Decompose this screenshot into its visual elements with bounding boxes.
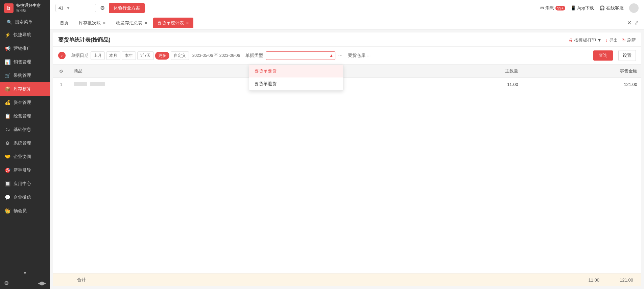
page-actions: 🖨 按模板打印 ▼ ↓ 导出 ↻ 刷新 <box>568 37 636 43</box>
system-icon: ⚙ <box>4 140 11 147</box>
settings-icon[interactable]: ⚙ <box>4 280 9 286</box>
sidebar-item-quick-nav[interactable]: ⚡ 快捷导航 <box>0 28 50 42</box>
date-filter-label: 单据日期 <box>71 52 89 59</box>
close-recv-summary-tab[interactable]: ✕ <box>144 21 147 25</box>
warehouse-more[interactable]: ··· <box>367 53 371 58</box>
sidebar-item-member[interactable]: 👑 畅会员 <box>0 204 50 218</box>
table-header-settings[interactable]: ⚙ <box>53 65 70 78</box>
more-dates-btn[interactable]: 更多 <box>155 52 169 60</box>
doc-type-more[interactable]: ··· <box>338 52 342 59</box>
sidebar-item-system[interactable]: ⚙ 系统管理 <box>0 136 50 150</box>
tab-recv-summary[interactable]: 收发存汇总表 ✕ <box>112 18 152 28</box>
dropdown-item-order-goods[interactable]: 要货单要货 <box>249 65 343 77</box>
sidebar-scroll-down[interactable]: ▼ <box>0 269 50 277</box>
sidebar-item-guide[interactable]: 🎯 新手引导 <box>0 163 50 177</box>
message-icon: ✉ <box>540 5 544 10</box>
sidebar-search[interactable]: 🔍 搜索菜单 <box>0 16 50 28</box>
last-month-btn[interactable]: 上月 <box>91 51 105 60</box>
app-center-icon: 🔲 <box>4 180 11 187</box>
export-icon: ↓ <box>606 38 608 43</box>
refresh-icon: ↻ <box>622 38 626 43</box>
filter-expand-button[interactable]: › <box>58 52 66 59</box>
row-amount: 121.00 <box>522 78 641 91</box>
table-header-amount: 零售金额 <box>522 65 641 78</box>
online-service-action[interactable]: 🎧 在线客服 <box>599 5 624 11</box>
sidebar-item-sales[interactable]: 📊 销售管理 <box>0 55 50 69</box>
tab-batch-stock[interactable]: 库存批次账 ✕ <box>74 18 110 28</box>
date-range-text: 2023-05-06 至 2023-06-06 <box>192 53 240 59</box>
print-icon: 🖨 <box>568 38 573 43</box>
sidebar-item-marketing[interactable]: 📢 营销推广 <box>0 42 50 55</box>
inventory-icon: 📦 <box>4 86 11 92</box>
guide-icon: 🎯 <box>4 167 11 174</box>
phone-icon: 📱 <box>571 5 576 10</box>
close-order-summary-tab[interactable]: ✕ <box>186 21 189 25</box>
page-title: 要货单统计表(按商品) <box>58 37 111 44</box>
collapse-icon[interactable]: ◀▶ <box>38 280 46 286</box>
doc-type-dropdown: 要货单要货 要货单退货 <box>249 64 343 91</box>
doc-type-input[interactable] <box>266 51 335 60</box>
tabs-close-all[interactable]: ✕ <box>627 20 631 26</box>
doc-type-filter: 单据类型 ▲ ··· <box>245 51 342 60</box>
sidebar: b 畅捷通好生意 标准版 🔍 搜索菜单 ⚡ 快捷导航 📢 营销推广 📊 销售管理… <box>0 0 50 289</box>
sidebar-logo: b 畅捷通好生意 标准版 <box>0 0 50 16</box>
sidebar-item-basic[interactable]: 🗂 基础信息 <box>0 123 50 136</box>
finance-icon: 💰 <box>4 99 11 106</box>
table-header-qty: 主数量 <box>403 65 522 78</box>
tabs-expand[interactable]: ⤢ <box>634 20 639 26</box>
table-container: ⚙ 商品 主计量单位 主数量 零售金额 1 <box>53 65 641 273</box>
date-options: 上月 本月 本年 近7天 更多 自定义 <box>91 51 189 60</box>
date-filter: 单据日期 上月 本月 本年 近7天 更多 自定义 2023-05-06 至 20… <box>71 51 240 60</box>
tab-order-summary[interactable]: 要货单统计表 ✕ <box>153 18 193 28</box>
sidebar-item-wechat[interactable]: 💬 企业微信 <box>0 191 50 204</box>
refresh-button[interactable]: ↻ 刷新 <box>622 37 636 43</box>
main-content: 41 ▼ ⚙ 体验行业方案 ✉ 消息 99+ 📱 App下载 🎧 在线客服 <box>50 0 644 289</box>
product-bar-1 <box>74 82 87 86</box>
print-button[interactable]: 🖨 按模板打印 ▼ <box>568 37 602 43</box>
close-batch-stock-tab[interactable]: ✕ <box>103 21 106 25</box>
enterprise-icon: 🤝 <box>4 153 11 160</box>
query-button[interactable]: 查询 <box>593 50 613 61</box>
sales-icon: 📊 <box>4 59 11 65</box>
settings-row-button[interactable]: 设置 <box>618 50 636 61</box>
export-button[interactable]: ↓ 导出 <box>606 37 618 43</box>
sidebar-nav: ⚡ 快捷导航 📢 营销推广 📊 销售管理 🛒 采购管理 📦 库存核算 💰 资金管… <box>0 28 50 269</box>
user-avatar[interactable] <box>629 3 639 13</box>
warehouse-filter: 要货仓库 ··· <box>348 52 371 59</box>
sidebar-item-enterprise[interactable]: 🤝 企业协同 <box>0 150 50 163</box>
wechat-icon: 💬 <box>4 194 11 201</box>
warehouse-label: 要货仓库 <box>348 52 365 59</box>
this-year-btn[interactable]: 本年 <box>122 51 136 60</box>
sidebar-item-inventory[interactable]: 📦 库存核算 <box>0 82 50 96</box>
sidebar-item-app-center[interactable]: 🔲 应用中心 <box>0 177 50 191</box>
dropdown-item-order-return[interactable]: 要货单退货 <box>249 77 343 90</box>
basic-icon: 🗂 <box>4 126 11 133</box>
sidebar-item-operations[interactable]: 📋 经营管理 <box>0 109 50 123</box>
table-footer: 合计 11.00 121.00 <box>53 273 641 286</box>
app-download-action[interactable]: 📱 App下载 <box>571 5 594 11</box>
footer-qty: 11.00 <box>570 277 603 283</box>
row-qty: 11.00 <box>403 78 522 91</box>
quick-nav-icon: ⚡ <box>4 31 11 38</box>
product-bar-2 <box>90 82 105 86</box>
tab-home[interactable]: 首页 <box>55 18 73 28</box>
header-settings-icon[interactable]: ⚙ <box>100 5 105 11</box>
tabs-bar: 首页 库存批次账 ✕ 收发存汇总表 ✕ 要货单统计表 ✕ ✕ ⤢ <box>50 16 644 30</box>
row-num: 1 <box>53 78 70 91</box>
custom-date-btn[interactable]: 自定义 <box>171 51 189 60</box>
page-content: 要货单统计表(按商品) 🖨 按模板打印 ▼ ↓ 导出 ↻ 刷新 › <box>53 32 641 286</box>
page-header: 要货单统计表(按商品) 🖨 按模板打印 ▼ ↓ 导出 ↻ 刷新 <box>53 32 641 47</box>
member-icon: 👑 <box>4 207 11 214</box>
last-7days-btn[interactable]: 近7天 <box>137 51 154 60</box>
filter-row: › 单据日期 上月 本月 本年 近7天 更多 自定义 2023-05-06 至 … <box>53 47 641 65</box>
sidebar-bottom: ⚙ ◀▶ <box>0 277 50 289</box>
doc-type-label: 单据类型 <box>245 52 263 59</box>
messages-action[interactable]: ✉ 消息 99+ <box>540 5 565 11</box>
sidebar-item-purchase[interactable]: 🛒 采购管理 <box>0 69 50 82</box>
sidebar-item-finance[interactable]: 💰 资金管理 <box>0 96 50 109</box>
company-selector[interactable]: 41 ▼ <box>55 4 96 12</box>
app-logo-icon: b <box>4 3 14 13</box>
trial-button[interactable]: 体验行业方案 <box>109 3 145 13</box>
this-month-btn[interactable]: 本月 <box>106 51 120 60</box>
top-header: 41 ▼ ⚙ 体验行业方案 ✉ 消息 99+ 📱 App下载 🎧 在线客服 <box>50 0 644 16</box>
